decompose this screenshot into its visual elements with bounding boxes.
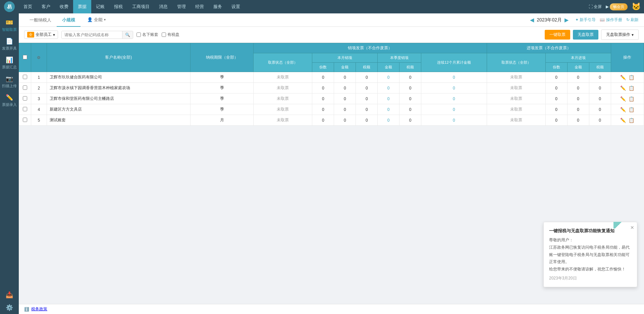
- next-month-btn[interactable]: ▶: [565, 17, 569, 23]
- nav-operation[interactable]: 经营: [191, 0, 209, 13]
- row-sales-status: 未取票: [254, 104, 312, 115]
- row-sales-month-shares: 0: [312, 72, 334, 83]
- sidebar-item-download[interactable]: 📥: [0, 289, 19, 301]
- sidebar-item-issue-invoice[interactable]: 📄 发票开具: [0, 35, 19, 54]
- issue-invoice-icon: 📄: [6, 38, 13, 45]
- nav-settings[interactable]: 设置: [227, 0, 245, 13]
- row-checkbox-cell[interactable]: [19, 93, 31, 104]
- notification-date: 2023年3月20日: [549, 275, 632, 282]
- sidebar-item-settings[interactable]: ⚙️: [0, 301, 19, 314]
- row-input-month-tax: 0: [589, 104, 611, 115]
- new-guide-btn[interactable]: ✦ 新手引导: [575, 17, 596, 23]
- toolbar: 全 全部员工 ▾ 🔍 名下账套 有税盘 一键取票 无盘取票 无盘取票操作 ▾: [19, 27, 644, 43]
- one-click-fetch-btn[interactable]: 一键取票: [545, 30, 570, 40]
- checkbox-header[interactable]: [19, 43, 31, 72]
- nav-home[interactable]: 首页: [19, 0, 37, 13]
- all-tag: 全: [27, 32, 34, 38]
- prev-month-btn[interactable]: ◀: [530, 17, 534, 23]
- row-checkbox-cell[interactable]: [19, 72, 31, 83]
- sidebar-item-label: 票据录入: [2, 102, 17, 107]
- sub-navigation: 一般纳税人 小规模 👤 全能 ▾ ◀ 2023年02月 ▶ ✦ 新手引导 📖 操…: [19, 13, 644, 27]
- row-input-month-amount: 0: [567, 72, 589, 83]
- own-accounts-checkbox[interactable]: [137, 33, 141, 37]
- sidebar-item-summary[interactable]: 📊 票据汇总: [0, 54, 19, 72]
- tab-full[interactable]: 👤 全能 ▾: [82, 13, 111, 27]
- row-checkbox[interactable]: [23, 75, 27, 79]
- employee-filter[interactable]: 全 全部员工 ▾: [24, 30, 58, 39]
- sidebar-item-scan[interactable]: 📷 扫描上传: [0, 72, 19, 91]
- row-actions: ✏️ 📋: [611, 115, 644, 126]
- vip-btn[interactable]: ▶ 畅会员: [606, 3, 628, 10]
- diskless-operation-btn[interactable]: 无盘取票操作 ▾: [601, 29, 639, 40]
- nav-business[interactable]: 工商项目: [127, 0, 154, 13]
- row-checkbox-cell[interactable]: [19, 104, 31, 115]
- smart-invoice-icon: 🎫: [6, 19, 13, 26]
- diskless-fetch-btn[interactable]: 无盘取票: [573, 30, 598, 40]
- tax-policy-link[interactable]: 税务政策: [31, 306, 47, 312]
- input-month-amount-header: 金额: [567, 63, 589, 72]
- manual-btn[interactable]: 📖 操作手册: [600, 17, 622, 23]
- user-avatar[interactable]: 🐱: [632, 2, 641, 11]
- input-month-tax-header: 税额: [589, 63, 611, 72]
- sidebar-item-smart-invoice[interactable]: 🎫 智能取票: [0, 16, 19, 35]
- settings-header[interactable]: ⚙: [31, 43, 47, 72]
- edit-icon[interactable]: ✏️: [620, 85, 626, 91]
- vip-label[interactable]: 畅会员: [610, 3, 628, 10]
- row-checkbox[interactable]: [23, 107, 27, 111]
- row-input-status: 未取票: [487, 104, 545, 115]
- row-index: 4: [31, 104, 47, 115]
- nav-fee[interactable]: 收费: [55, 0, 73, 13]
- row-sales-quarter-tax: 0: [399, 115, 421, 126]
- row-sales-cumulative: 0: [421, 104, 487, 115]
- nav-bookkeeping[interactable]: 记账: [91, 0, 109, 13]
- row-customer-name: 卫辉市保和堂医药有限公司主幡路店: [47, 93, 190, 104]
- edit-icon[interactable]: ✏️: [620, 107, 626, 112]
- invoice-table: ⚙ 客户名称(全部) 纳税期限（全部） 销项发票（不合作废票） 进项发票（不合作…: [19, 43, 644, 126]
- row-sales-month-shares: 0: [312, 104, 334, 115]
- refresh-btn[interactable]: ↻ 刷新: [626, 17, 639, 23]
- edit-icon[interactable]: ✏️: [620, 96, 626, 102]
- app-logo[interactable]: 易: [3, 1, 15, 13]
- nav-tax[interactable]: 报税: [109, 0, 127, 13]
- search-input[interactable]: [62, 31, 122, 39]
- notification-close-btn[interactable]: ✕: [630, 225, 634, 230]
- fullscreen-btn[interactable]: ⛶ 全屏: [589, 4, 602, 10]
- row-sales-month-tax: 0: [356, 104, 378, 115]
- sidebar-item-entry[interactable]: ✏️ 票据录入: [0, 91, 19, 110]
- row-index: 3: [31, 93, 47, 104]
- nav-service[interactable]: 服务: [209, 0, 227, 13]
- row-input-month-tax: 0: [589, 93, 611, 104]
- nav-invoice[interactable]: 票据: [73, 0, 91, 13]
- row-checkbox-cell[interactable]: [19, 83, 31, 93]
- select-all-checkbox[interactable]: [23, 55, 27, 59]
- sidebar-item-label: 扫描上传: [2, 83, 17, 88]
- row-checkbox[interactable]: [23, 118, 27, 122]
- detail-icon[interactable]: 📋: [629, 118, 634, 123]
- tax-disk-checkbox[interactable]: [162, 33, 166, 37]
- search-button[interactable]: 🔍: [122, 31, 133, 39]
- tab-small-scale[interactable]: 小规模: [57, 13, 80, 27]
- filter-own-accounts[interactable]: 名下账套: [137, 32, 158, 38]
- edit-icon[interactable]: ✏️: [620, 118, 626, 123]
- table-row: 1 卫辉市玖玖健合医药有限公司 季 未取票 0 0 0 0 0 0 未取票 0 …: [19, 72, 644, 83]
- row-sales-month-tax: 0: [356, 93, 378, 104]
- toolbar-right-btns: 一键取票 无盘取票 无盘取票操作 ▾: [545, 29, 639, 40]
- detail-icon[interactable]: 📋: [629, 85, 634, 91]
- edit-icon[interactable]: ✏️: [620, 75, 626, 80]
- notification-greeting: 尊敬的用户：: [549, 237, 632, 244]
- row-checkbox[interactable]: [23, 85, 27, 90]
- filter-has-tax-disk[interactable]: 有税盘: [162, 32, 179, 38]
- row-period: 月: [190, 115, 253, 126]
- nav-manage[interactable]: 管理: [172, 0, 191, 13]
- nav-customer[interactable]: 客户: [37, 0, 55, 13]
- detail-icon[interactable]: 📋: [629, 107, 634, 112]
- row-checkbox-cell[interactable]: [19, 115, 31, 126]
- entry-icon: ✏️: [6, 94, 13, 101]
- row-sales-month-amount: 0: [334, 72, 356, 83]
- detail-icon[interactable]: 📋: [629, 96, 634, 102]
- row-checkbox[interactable]: [23, 96, 27, 101]
- tab-general-taxpayer[interactable]: 一般纳税人: [24, 13, 57, 27]
- detail-icon[interactable]: 📋: [629, 75, 634, 80]
- table-settings-icon[interactable]: ⚙: [37, 55, 41, 60]
- nav-message[interactable]: 消息: [154, 0, 172, 13]
